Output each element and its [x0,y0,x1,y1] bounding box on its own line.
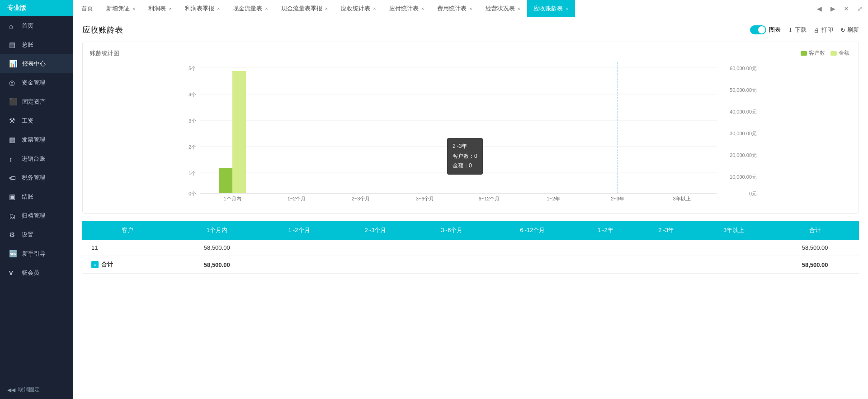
sidebar-item-settings[interactable]: ⚙ 设置 [0,225,73,244]
total-label: 合计 [101,261,113,269]
tab-expense-label: 费用统计表 [437,5,467,13]
tab-ar-stat[interactable]: 应收统计表 × [335,0,382,17]
chart-toggle[interactable] [750,25,766,34]
tab-controls: ◀ ▶ ✕ ⤢ [813,2,866,15]
tab-voucher[interactable]: 新增凭证 × [100,0,142,17]
tab-home[interactable]: 首页 [75,0,100,17]
sidebar-label-capital: 资金管理 [22,79,45,87]
col-m1: 1个月内 [173,221,261,240]
svg-text:40,000.00元: 40,000.00元 [730,109,757,114]
svg-text:3~6个月: 3~6个月 [416,196,434,201]
sidebar-item-ledger[interactable]: ▤ 总账 [0,35,73,54]
sidebar-label-sales: 进销台账 [22,155,45,163]
svg-text:1个: 1个 [189,171,196,176]
total-y23 [636,256,697,274]
tab-expense[interactable]: 费用统计表 × [431,0,479,17]
tab-ap-stat-close[interactable]: × [421,6,424,11]
svg-text:10,000.00元: 10,000.00元 [730,174,757,180]
tab-biz[interactable]: 经营状况表 × [479,0,527,17]
bar-amount-0 [232,71,246,193]
cell-y12-0 [575,240,636,256]
sidebar-item-close[interactable]: ▣ 结账 [0,187,73,206]
tab-cashflow-q-close[interactable]: × [325,6,328,11]
tab-expense-close[interactable]: × [469,6,472,11]
table-header-row: 客户 1个月内 1~2个月 2~3个月 3~6个月 6~12个月 1~2年 2~… [82,221,859,240]
tab-ap-stat[interactable]: 应付统计表 × [383,0,431,17]
print-button[interactable]: 🖨 打印 [814,26,833,34]
sidebar: 专业版 ⌂ 首页 ▤ 总账 📊 报表中心 ◎ 资金管理 ⬛ 固定资产 ⚒ 工资 … [0,0,73,399]
download-button[interactable]: ⬇ 下载 [788,26,807,34]
total-m1: 58,500.00 [173,256,261,274]
sidebar-label-report: 报表中心 [22,60,46,68]
refresh-button[interactable]: ↻ 刷新 [840,26,859,34]
svg-text:1~2个月: 1~2个月 [288,196,306,201]
cell-m1-0: 58,500.00 [173,240,261,256]
tab-cashflow-q[interactable]: 现金流量表季报 × [275,0,335,17]
chart-title: 账龄统计图 [90,49,851,57]
chart-toggle-label: 图表 [769,26,781,34]
sidebar-label-tax: 税务管理 [22,174,45,182]
tab-biz-close[interactable]: × [518,6,520,11]
sidebar-item-home[interactable]: ⌂ 首页 [0,16,73,35]
legend-amount: 金额 [830,49,849,57]
tab-prev-button[interactable]: ◀ [813,2,826,15]
cell-m12-0 [261,240,337,256]
svg-text:5个: 5个 [189,66,196,71]
tab-expand-button[interactable]: ⤢ [854,2,866,15]
tab-profit-close[interactable]: × [169,6,171,11]
col-y12: 1~2年 [575,221,636,240]
tab-ar-age-close[interactable]: × [566,6,568,11]
tab-next-button[interactable]: ▶ [826,2,839,15]
sidebar-label-vip: 畅会员 [22,269,39,277]
sidebar-item-sales[interactable]: ↕ 进销台账 [0,149,73,168]
total-m12 [261,256,337,274]
tab-cashflow-close[interactable]: × [265,6,268,11]
sidebar-item-invoice[interactable]: ▦ 发票管理 [0,130,73,149]
col-y23: 2~3年 [636,221,697,240]
tab-close-all-button[interactable]: ✕ [840,2,853,15]
sidebar-item-capital[interactable]: ◎ 资金管理 [0,73,73,92]
svg-text:6~12个月: 6~12个月 [479,196,500,201]
tab-biz-label: 经营状况表 [486,5,515,13]
pin-label: 取消固定 [18,386,40,394]
tab-profit[interactable]: 利润表 × [142,0,178,17]
sidebar-label-close: 结账 [22,193,33,201]
sidebar-item-tax[interactable]: 🏷 税务管理 [0,168,73,187]
fixed-icon: ⬛ [9,98,18,106]
chart-container: 账龄统计图 客户数 金额 5个 4个 3个 2个 1个 [82,42,859,214]
page-header: 应收账龄表 图表 ⬇ 下载 🖨 打印 ↻ 刷新 [82,24,859,35]
tab-profit-q[interactable]: 利润表季报 × [179,0,226,17]
data-table: 客户 1个月内 1~2个月 2~3个月 3~6个月 6~12个月 1~2年 2~… [82,221,859,274]
tab-voucher-close[interactable]: × [132,6,135,11]
legend-amount-label: 金额 [839,49,849,57]
sidebar-item-guide[interactable]: 🆕 新手引导 [0,244,73,263]
app-logo: 专业版 [0,0,73,16]
sidebar-item-fixed[interactable]: ⬛ 固定资产 [0,92,73,111]
sidebar-item-salary[interactable]: ⚒ 工资 [0,111,73,130]
col-m23: 2~3个月 [337,221,414,240]
sidebar-item-vip[interactable]: V 畅会员 [0,263,73,282]
cell-m36-0 [414,240,490,256]
capital-icon: ◎ [9,79,17,87]
tab-cashflow[interactable]: 现金流量表 × [226,0,274,17]
print-icon: 🖨 [814,27,820,33]
svg-text:3年以上: 3年以上 [673,196,690,201]
report-icon: 📊 [9,60,18,68]
refresh-icon: ↻ [840,27,845,33]
tax-icon: 🏷 [9,174,17,182]
tab-ar-stat-close[interactable]: × [373,6,376,11]
legend-amount-dot [830,51,837,56]
sidebar-item-archive[interactable]: 🗂 归档管理 [0,206,73,225]
archive-icon: 🗂 [9,212,17,220]
tab-ap-stat-label: 应付统计表 [389,5,419,13]
tab-profit-q-close[interactable]: × [217,6,220,11]
sidebar-item-report[interactable]: 📊 报表中心 [0,54,73,73]
svg-text:20,000.00元: 20,000.00元 [730,152,757,158]
cell-y3-0 [697,240,771,256]
pin-toggle[interactable]: ◀◀ 取消固定 [0,380,73,399]
sidebar-label-guide: 新手引导 [22,250,46,258]
tab-voucher-label: 新增凭证 [106,5,130,13]
print-label: 打印 [821,26,833,34]
total-m23 [337,256,414,274]
tab-ar-age[interactable]: 应收账龄表 × [527,0,575,17]
